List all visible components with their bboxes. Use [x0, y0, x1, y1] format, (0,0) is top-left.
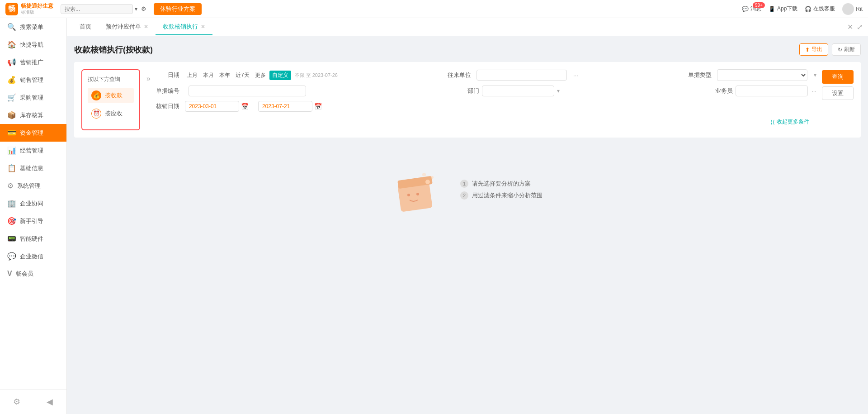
inventory-icon: 📦: [7, 111, 16, 119]
tab-prepay[interactable]: 预付冲应付单 ✕: [99, 19, 156, 35]
svg-point-6: [422, 173, 426, 176]
hint-item-2: 2 用过滤条件来缩小分析范围: [460, 191, 542, 200]
message-badge: 99+: [753, 2, 765, 8]
tab-expand-icon[interactable]: ⤢: [857, 23, 863, 31]
hint-text-2: 用过滤条件来缩小分析范围: [472, 191, 542, 200]
hint-num-2: 2: [460, 191, 468, 200]
export-icon: ⬆: [805, 47, 810, 53]
sidebar-item-finance[interactable]: 💳 资金管理: [0, 124, 66, 142]
sidebar-collapse-btn[interactable]: ◀: [33, 393, 67, 410]
filter-collapse-btn[interactable]: »: [146, 69, 151, 83]
tab-prepay-label: 预付冲应付单: [106, 23, 141, 31]
marketing-icon: 📢: [7, 58, 16, 67]
writeoff-end-calendar-icon[interactable]: 📅: [314, 103, 322, 110]
writeoff-date-end[interactable]: [258, 101, 312, 112]
sidebar-item-vip[interactable]: V 畅会员: [0, 265, 66, 282]
page-header-actions: ⬆ 导出 ↻ 刷新: [799, 43, 861, 56]
doc-type-select[interactable]: [717, 69, 807, 81]
collapse-more-btn[interactable]: ⟨⟨ 收起更多条件: [770, 118, 809, 126]
sidebar-item-basic-info[interactable]: 📋 基础信息: [0, 159, 66, 177]
tab-receive-writeoff-close[interactable]: ✕: [201, 24, 205, 30]
doc-no-input[interactable]: [189, 86, 306, 96]
date-tab-last-month[interactable]: 上月: [185, 71, 199, 80]
date-tab-custom[interactable]: 自定义: [269, 71, 291, 80]
writeoff-date-inputs: 📅 — 📅: [185, 101, 322, 112]
filter-row-docno: 单据编号 部门 ▾ 业务员 ···: [156, 86, 816, 96]
sidebar-item-label: 采购管理: [20, 94, 43, 102]
sidebar-settings-btn[interactable]: ⚙: [0, 393, 33, 410]
sidebar-item-guide[interactable]: 🎯 新手引导: [0, 212, 66, 230]
app-download-label: App下载: [777, 5, 797, 13]
finance-icon: 💳: [7, 128, 16, 137]
user-area[interactable]: Rit: [842, 3, 863, 15]
sidebar-item-inventory[interactable]: 📦 库存核算: [0, 106, 66, 124]
writeoff-start-calendar-icon[interactable]: 📅: [241, 103, 249, 110]
date-tab-more[interactable]: 更多: [253, 71, 268, 80]
writeoff-date-label: 核销日期: [156, 102, 179, 110]
tab-home[interactable]: 首页: [72, 19, 99, 35]
tab-bar-actions: ✕ ⤢: [847, 23, 863, 31]
topbar-dropdown-icon[interactable]: ▾: [135, 6, 137, 12]
sidebar-item-operations[interactable]: 📊 经营管理: [0, 142, 66, 159]
tab-bar: 首页 预付冲应付单 ✕ 收款核销执行 ✕ ✕ ⤢: [67, 18, 868, 36]
date-tab-this-year[interactable]: 本年: [217, 71, 232, 80]
dept-input[interactable]: [482, 86, 554, 96]
staff-input[interactable]: [736, 86, 808, 96]
solution-button[interactable]: 休验行业方案: [154, 3, 202, 15]
sidebar-item-quick-nav[interactable]: 🏠 快捷导航: [0, 36, 66, 53]
query-button[interactable]: 查询: [822, 70, 854, 84]
empty-content: 1 请先选择要分析的方案 2 用过滤条件来缩小分析范围: [392, 165, 542, 214]
by-receivable-label: 按应收: [105, 109, 123, 118]
counterparty-label: 往来单位: [448, 71, 471, 79]
tab-prepay-close[interactable]: ✕: [144, 24, 148, 30]
empty-hints: 1 请先选择要分析的方案 2 用过滤条件来缩小分析范围: [460, 180, 542, 200]
svg-point-4: [425, 180, 430, 184]
date-tab-this-month[interactable]: 本月: [201, 71, 216, 80]
sidebar-item-wechat[interactable]: 💬 企业微信: [0, 247, 66, 265]
sidebar-item-sales[interactable]: 💰 销售管理: [0, 71, 66, 89]
empty-illustration: [392, 165, 442, 214]
sidebar-item-label: 快捷导航: [20, 41, 43, 49]
export-label: 导出: [811, 46, 822, 53]
by-receive-icon: 💰: [91, 90, 101, 100]
date-tabs: 上月 本月 本年 近7天 更多 自定义 不限 至 2023-07-26: [185, 71, 338, 80]
collapse-label: 收起更多条件: [777, 118, 809, 126]
online-service-label: 在线客服: [813, 5, 835, 13]
counterparty-dots[interactable]: ···: [573, 72, 578, 79]
purchase-icon: 🛒: [7, 93, 16, 102]
collapse-icon: ⟨⟨: [770, 119, 775, 125]
dept-label: 部门: [456, 87, 479, 95]
sidebar-item-marketing[interactable]: 📢 营销推广: [0, 53, 66, 71]
topbar-gear-icon[interactable]: ⚙: [141, 5, 146, 12]
date-tab-7days[interactable]: 近7天: [234, 71, 251, 80]
online-service-btn[interactable]: 🎧 在线客服: [805, 5, 835, 13]
setting-button[interactable]: 设置: [822, 86, 854, 100]
tab-close-all-icon[interactable]: ✕: [847, 23, 853, 31]
doc-type-label: 单据类型: [688, 71, 712, 79]
refresh-button[interactable]: ↻ 刷新: [832, 43, 861, 56]
filter-form: 日期 上月 本月 本年 近7天 更多 自定义 不限 至 2023-07-26: [156, 69, 816, 130]
svg-point-3: [416, 193, 419, 195]
sidebar-item-label: 销售管理: [20, 76, 43, 84]
dept-field: 部门 ▾: [456, 86, 560, 96]
message-btn[interactable]: 💬 消息 99+: [742, 5, 761, 13]
app-download-btn[interactable]: 📱 App下载: [769, 5, 797, 13]
filter-option-by-receivable[interactable]: ⏰ 按应收: [88, 106, 134, 121]
sidebar-item-search-menu[interactable]: 🔍 搜索菜单: [0, 18, 66, 36]
staff-dots[interactable]: ···: [811, 88, 816, 95]
export-button[interactable]: ⬆ 导出: [799, 43, 828, 56]
sidebar-item-enterprise[interactable]: 🏢 企业协同: [0, 195, 66, 212]
topbar-search-input[interactable]: [61, 4, 133, 14]
filter-option-by-receive[interactable]: 💰 按收款: [88, 88, 134, 103]
sidebar-item-system[interactable]: ⚙ 系统管理: [0, 177, 66, 195]
writeoff-date-start[interactable]: [185, 101, 239, 112]
tab-receive-writeoff[interactable]: 收款核销执行 ✕: [156, 19, 212, 35]
search-menu-icon: 🔍: [7, 23, 16, 31]
sidebar-item-smart-hw[interactable]: 📟 智能硬件: [0, 230, 66, 247]
doc-no-label: 单据编号: [156, 87, 179, 95]
sidebar-item-purchase[interactable]: 🛒 采购管理: [0, 89, 66, 106]
sidebar-item-label: 资金管理: [20, 129, 43, 137]
counterparty-input[interactable]: [476, 70, 567, 81]
brand-edition: 标准版: [21, 10, 53, 15]
dept-dropdown-icon: ▾: [557, 88, 560, 94]
